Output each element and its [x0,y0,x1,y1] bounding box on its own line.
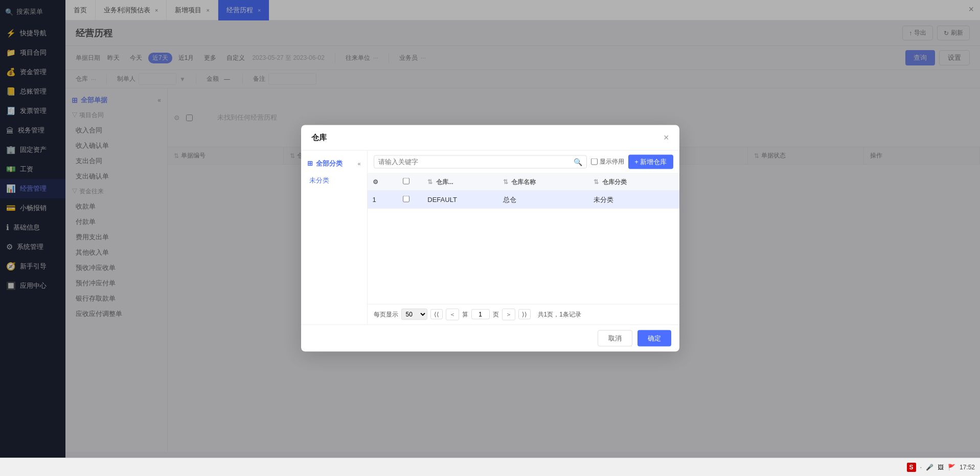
col-header-name: ⇅ 仓库名称 [498,173,588,191]
code-sort-icon: ⇅ [427,178,432,185]
row-name: 总仓 [498,191,588,209]
taskbar-icon-s: S [907,463,916,472]
modal-close-btn[interactable]: × [664,132,669,143]
modal-page-input[interactable] [471,309,490,320]
show-disabled-checkbox[interactable] [591,158,598,165]
taskbar-icon-mic: 🎤 [926,464,933,471]
table-row[interactable]: 1 DEFAULT 总仓 未分类 [368,191,679,209]
show-disabled-label[interactable]: 显示停用 [591,157,624,166]
col-cat-label: 仓库分类 [602,178,627,185]
cancel-button[interactable]: 取消 [598,330,632,346]
modal-category-label: 全部分类 [316,158,343,168]
modal-page-size-label: 每页显示 [374,310,398,319]
modal-next-page-btn[interactable]: ＞ [502,308,515,320]
modal-title: 仓库 [311,132,327,142]
col-header-checkbox [398,173,423,191]
search-box: 🔍 [374,155,587,168]
modal-page-size-select[interactable]: 50 100 [401,309,427,320]
modal-content-right: 🔍 显示停用 + 新增仓库 ⚙ [368,150,679,324]
row-code: DEFAULT [422,191,498,209]
modal-first-page-btn[interactable]: ⟨⟨ [430,309,443,320]
modal-page-suffix: 页 [493,310,499,319]
col-header-category: ⇅ 仓库分类 [588,173,679,191]
taskbar-time: 17:52 [960,464,975,471]
row-checkbox[interactable] [398,191,423,209]
taskbar-icon-dot: · [920,464,922,471]
taskbar-icon-img: 🖼 [938,464,944,471]
modal-last-page-btn[interactable]: ⟩⟩ [518,309,531,320]
show-disabled-text: 显示停用 [600,157,624,166]
row-seq: 1 [368,191,398,209]
confirm-button[interactable]: 确定 [637,330,671,346]
row-category: 未分类 [588,191,679,209]
modal-toolbar: 🔍 显示停用 + 新增仓库 [368,150,679,173]
modal-total-label: 共1页，1条记录 [538,310,581,319]
cat-sort-icon: ⇅ [594,178,599,185]
col-code-label: 仓库... [436,178,453,185]
warehouse-search-input[interactable] [378,158,574,166]
modal-category-panel: ⊞ 全部分类 « 未分类 [301,150,368,324]
col-header-code: ⇅ 仓库... [422,173,498,191]
table-select-all[interactable] [403,178,409,185]
modal-prev-page-btn[interactable]: ＜ [446,308,459,320]
taskbar-icon-flag: 🚩 [948,464,955,471]
taskbar-icons: S · 🎤 🖼 🚩 [907,463,955,472]
search-icon: 🔍 [574,157,582,166]
category-grid-icon: ⊞ [307,160,313,167]
taskbar: S · 🎤 🖼 🚩 17:52 [0,458,980,476]
warehouse-table: ⚙ ⇅ 仓库... ⇅ 仓库名称 [368,173,679,209]
modal-footer: 取消 确定 [301,324,679,351]
name-sort-icon: ⇅ [503,178,508,185]
modal-pagination: 每页显示 50 100 ⟨⟨ ＜ 算 页 ＞ ⟩⟩ 共1页，1条记录 [368,304,679,324]
warehouse-modal: 仓库 × ⊞ 全部分类 « 未分类 🔍 显示停用 [301,125,679,351]
add-warehouse-button[interactable]: + 新增仓库 [628,154,673,169]
modal-category-header[interactable]: ⊞ 全部分类 « [301,154,367,172]
modal-header: 仓库 × [301,125,679,150]
table-header-row: ⚙ ⇅ 仓库... ⇅ 仓库名称 [368,173,679,191]
seq-sort-icon: ⚙ [373,178,378,186]
modal-cat-item-unclassified[interactable]: 未分类 [301,172,367,188]
modal-body: ⊞ 全部分类 « 未分类 🔍 显示停用 + 新增仓库 [301,150,679,324]
row-check[interactable] [403,195,409,202]
modal-page-word: 算 [462,310,468,319]
modal-category-toggle[interactable]: « [357,160,360,166]
col-header-seq: ⚙ [368,173,398,191]
col-name-label: 仓库名称 [511,178,536,185]
modal-table: ⚙ ⇅ 仓库... ⇅ 仓库名称 [368,173,679,304]
